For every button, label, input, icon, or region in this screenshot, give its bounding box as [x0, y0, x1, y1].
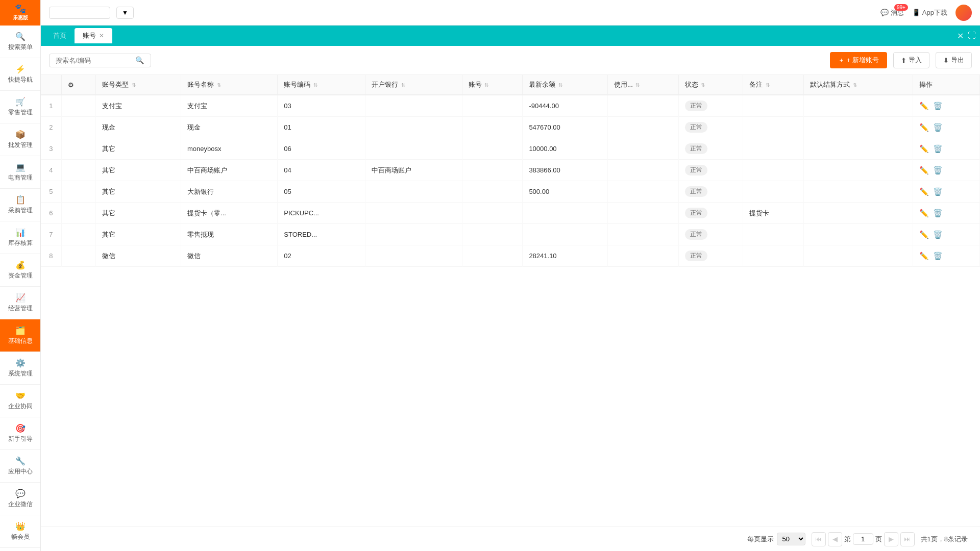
cell-index: 4 — [41, 160, 61, 181]
topbar-search-input[interactable] — [49, 7, 110, 19]
app-download-button[interactable]: 📱 App下载 — [912, 8, 947, 17]
accounts-table: ⚙ 账号类型 ⇅ 账号名称 ⇅ 账号编码 ⇅ 开户银行 ⇅ 账号 ⇅ 最新余额 … — [41, 75, 980, 267]
edit-button[interactable]: ✏️ — [919, 144, 929, 154]
cell-balance: 383866.00 — [523, 160, 608, 181]
cell-settings — [61, 245, 96, 267]
cell-settlement — [804, 117, 913, 138]
sidebar-item-2[interactable]: 🛒零售管理 — [0, 91, 40, 123]
col-status[interactable]: 状态 ⇅ — [678, 75, 743, 95]
sidebar-item-10[interactable]: ⚙️系统管理 — [0, 352, 40, 385]
delete-button[interactable]: 🗑️ — [933, 123, 943, 132]
topbar-dropdown[interactable]: ▼ — [116, 7, 134, 19]
page-next-button[interactable]: ▶ — [884, 532, 898, 546]
sidebar-item-13[interactable]: 🔧应用中心 — [0, 450, 40, 483]
delete-button[interactable]: 🗑️ — [933, 187, 943, 196]
col-settlement[interactable]: 默认结算方式 ⇅ — [804, 75, 913, 95]
page-prev-button[interactable]: ◀ — [828, 532, 842, 546]
cell-remark — [743, 138, 804, 160]
cell-usage — [607, 95, 678, 117]
page-last-button[interactable]: ⏭ — [900, 532, 915, 546]
col-bank[interactable]: 开户银行 ⇅ — [365, 75, 462, 95]
sidebar-item-5[interactable]: 📋采购管理 — [0, 189, 40, 221]
import-button[interactable]: ⬆ 导入 — [893, 52, 929, 68]
cell-settlement — [804, 224, 913, 245]
main-area: ▼ 💬 消息 99+ 📱 App下载 首页 账号 ✕ ✕ ⛶ — [41, 0, 980, 551]
edit-button[interactable]: ✏️ — [919, 209, 929, 218]
col-balance[interactable]: 最新余额 ⇅ — [523, 75, 608, 95]
cell-index: 5 — [41, 181, 61, 203]
sidebar-item-12[interactable]: 🎯新手引导 — [0, 417, 40, 450]
delete-button[interactable]: 🗑️ — [933, 230, 943, 239]
page-first-button[interactable]: ⏮ — [812, 532, 826, 546]
cell-bank — [365, 203, 462, 224]
tab-account-close[interactable]: ✕ — [99, 32, 104, 39]
edit-button[interactable]: ✏️ — [919, 230, 929, 239]
user-avatar[interactable] — [955, 5, 972, 21]
cell-remark — [743, 245, 804, 267]
edit-button[interactable]: ✏️ — [919, 166, 929, 175]
edit-button[interactable]: ✏️ — [919, 252, 929, 261]
message-button[interactable]: 💬 消息 99+ — [880, 8, 904, 17]
delete-button[interactable]: 🗑️ — [933, 166, 943, 175]
cell-index: 2 — [41, 117, 61, 138]
sidebar-item-15[interactable]: 👑畅会员 — [0, 515, 40, 548]
delete-button[interactable]: 🗑️ — [933, 252, 943, 261]
sidebar-item-4[interactable]: 💻电商管理 — [0, 156, 40, 189]
delete-button[interactable]: 🗑️ — [933, 102, 943, 111]
col-remark[interactable]: 备注 ⇅ — [743, 75, 804, 95]
sidebar-item-3[interactable]: 📦批发管理 — [0, 123, 40, 156]
sidebar-menu: 🔍搜索菜单⚡快捷导航🛒零售管理📦批发管理💻电商管理📋采购管理📊库存核算💰资金管理… — [0, 26, 40, 551]
cell-usage — [607, 245, 678, 267]
export-button[interactable]: ⬇ 导出 — [936, 52, 972, 68]
status-badge: 正常 — [685, 208, 707, 218]
col-type[interactable]: 账号类型 ⇅ — [96, 75, 181, 95]
close-window-icon[interactable]: ✕ — [957, 31, 964, 41]
content-search-input[interactable] — [54, 54, 135, 67]
cell-settlement — [804, 160, 913, 181]
edit-button[interactable]: ✏️ — [919, 187, 929, 196]
sidebar-item-8[interactable]: 📈经营管理 — [0, 287, 40, 319]
cell-name: 零售抵现 — [181, 224, 278, 245]
delete-button[interactable]: 🗑️ — [933, 144, 943, 154]
message-icon: 💬 — [880, 9, 889, 16]
cell-type: 其它 — [96, 181, 181, 203]
expand-icon[interactable]: ⛶ — [968, 31, 976, 40]
cell-account — [462, 117, 523, 138]
col-account[interactable]: 账号 ⇅ — [462, 75, 523, 95]
sidebar-item-7[interactable]: 💰资金管理 — [0, 254, 40, 287]
sidebar-item-9[interactable]: 🗂️基础信息 — [0, 319, 40, 352]
table-row: 1 支付宝 支付宝 03 -90444.00 正常 ✏️ 🗑️ — [41, 95, 980, 117]
cell-type: 支付宝 — [96, 95, 181, 117]
tab-fullscreen-controls: ✕ ⛶ — [957, 31, 976, 41]
cell-code: 02 — [278, 245, 365, 267]
cell-actions: ✏️ 🗑️ — [913, 181, 980, 203]
page-size-dropdown[interactable]: 50 100 200 — [777, 533, 805, 545]
col-settings[interactable]: ⚙ — [61, 75, 96, 95]
cell-status: 正常 — [678, 138, 743, 160]
sidebar-item-6[interactable]: 📊库存核算 — [0, 221, 40, 254]
cell-account — [462, 95, 523, 117]
cell-bank — [365, 245, 462, 267]
cell-status: 正常 — [678, 203, 743, 224]
sidebar-item-0[interactable]: 🔍搜索菜单 — [0, 26, 40, 58]
edit-button[interactable]: ✏️ — [919, 123, 929, 132]
delete-button[interactable]: 🗑️ — [933, 209, 943, 218]
tab-home[interactable]: 首页 — [45, 28, 75, 43]
cell-settlement — [804, 138, 913, 160]
cell-settings — [61, 224, 96, 245]
sidebar-item-14[interactable]: 💬企业微信 — [0, 483, 40, 515]
col-usage[interactable]: 使用... ⇅ — [607, 75, 678, 95]
sidebar-item-1[interactable]: ⚡快捷导航 — [0, 58, 40, 91]
page-number-input[interactable] — [853, 533, 873, 545]
add-account-button[interactable]: ＋ + 新增账号 — [830, 52, 887, 68]
cell-status: 正常 — [678, 181, 743, 203]
sidebar-item-11[interactable]: 🤝企业协同 — [0, 385, 40, 417]
cell-settings — [61, 181, 96, 203]
page-nav: ⏮ ◀ 第 页 ▶ ⏭ — [812, 532, 915, 546]
col-index — [41, 75, 61, 95]
edit-button[interactable]: ✏️ — [919, 102, 929, 111]
tab-account[interactable]: 账号 ✕ — [75, 28, 112, 43]
col-code[interactable]: 账号编码 ⇅ — [278, 75, 365, 95]
status-badge: 正常 — [685, 101, 707, 111]
col-name[interactable]: 账号名称 ⇅ — [181, 75, 278, 95]
